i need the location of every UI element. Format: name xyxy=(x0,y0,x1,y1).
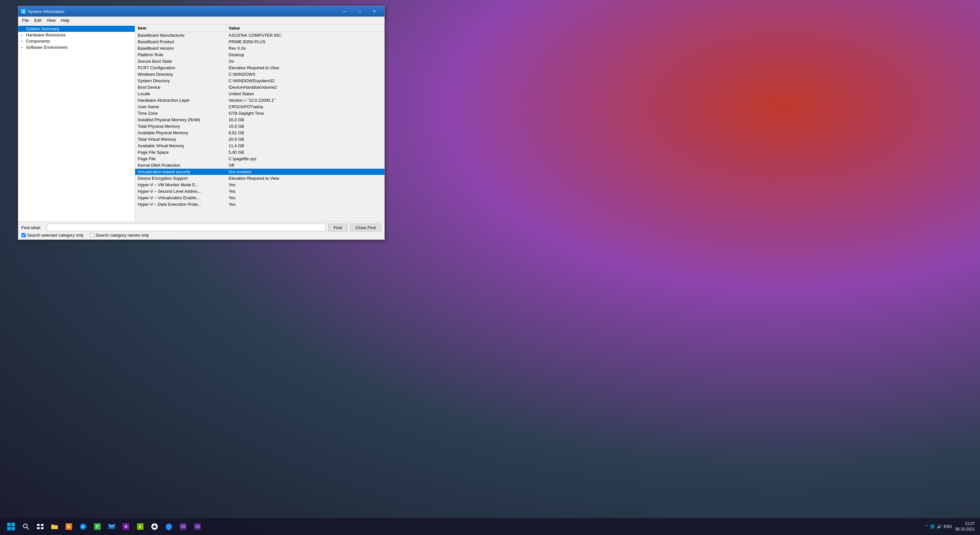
taskbar-settings[interactable] xyxy=(148,520,161,533)
table-row[interactable]: Page File Space5,00 GB xyxy=(135,149,385,156)
svg-rect-3 xyxy=(11,523,14,526)
menu-item-view[interactable]: View xyxy=(44,17,58,23)
table-row[interactable]: Secure Boot StateOn xyxy=(135,58,385,65)
minimize-button[interactable]: — xyxy=(337,6,352,17)
cell-value: Rev X.0x xyxy=(226,45,385,52)
close-find-button[interactable]: Close Find xyxy=(350,224,381,232)
tree-panel: System Summary + Hardware Resources + Co… xyxy=(18,24,135,221)
table-row[interactable]: Windows DirectoryC:\WINDOWS xyxy=(135,71,385,78)
tree-item-system-summary[interactable]: System Summary xyxy=(18,26,135,32)
taskbar-app4[interactable]: VS xyxy=(177,520,189,533)
cell-value: CROCKPOT\adria xyxy=(226,104,385,110)
cell-item: Time Zone xyxy=(135,110,226,117)
checkbox-search-names[interactable] xyxy=(90,233,94,237)
table-row[interactable]: LocaleUnited States xyxy=(135,91,385,97)
table-row[interactable]: Hyper-V – Second Level Addres...Yes xyxy=(135,188,385,195)
cell-item: Hyper-V – VM Monitor Mode E... xyxy=(135,182,226,188)
taskbar-clock[interactable]: 22:27 06.10.2021 xyxy=(955,521,975,532)
taskbar-search[interactable] xyxy=(19,520,32,533)
checkbox-search-names-label[interactable]: Search category names only xyxy=(90,233,149,238)
title-bar: i System Information — □ ✕ xyxy=(18,6,385,17)
table-row[interactable]: User NameCROCKPOT\adria xyxy=(135,104,385,110)
start-button[interactable] xyxy=(5,521,17,532)
cell-item: Windows Directory xyxy=(135,71,226,78)
taskbar-app1[interactable]: E xyxy=(62,520,75,533)
table-scroll[interactable]: Item Value BaseBoard ManufacturerASUSTeK… xyxy=(135,24,385,221)
svg-text:VS: VS xyxy=(195,525,200,529)
menu-item-edit[interactable]: Edit xyxy=(32,17,44,23)
table-row[interactable]: Platform RoleDesktop xyxy=(135,52,385,58)
taskbar-right: ⌃ 🌐 🔊 ENG 22:27 06.10.2021 xyxy=(925,521,975,532)
menu-bar: FileEditViewHelp xyxy=(18,17,385,24)
table-row[interactable]: Hyper-V – Data Execution Prote...Yes xyxy=(135,201,385,208)
tree-item-software-environment[interactable]: + Software Environment xyxy=(18,44,135,50)
table-row[interactable]: Page FileC:\pagefile.sys xyxy=(135,156,385,162)
checkbox-search-category-text: Search selected category only xyxy=(27,233,83,238)
maximize-button[interactable]: □ xyxy=(352,6,367,17)
tree-label-hardware-resources: Hardware Resources xyxy=(26,32,65,37)
table-row[interactable]: BaseBoard ManufacturerASUSTeK COMPUTER I… xyxy=(135,32,385,39)
table-row[interactable]: Available Virtual Memory11,4 GB xyxy=(135,143,385,149)
taskbar-file-explorer[interactable] xyxy=(48,520,61,533)
table-row[interactable]: System DirectoryC:\WINDOWS\system32 xyxy=(135,78,385,84)
cell-item: Hyper-V – Virtualization Enable... xyxy=(135,195,226,201)
taskbar-app2[interactable]: F xyxy=(91,520,104,533)
expander-components: + xyxy=(21,39,26,43)
table-row[interactable]: Hyper-V – VM Monitor Mode E...Yes xyxy=(135,182,385,188)
expander-hardware-resources: + xyxy=(21,33,26,37)
tree-item-components[interactable]: + Components xyxy=(18,38,135,44)
table-row[interactable]: Installed Physical Memory (RAM)16,0 GB xyxy=(135,117,385,123)
systray: ⌃ 🌐 🔊 ENG xyxy=(925,524,952,529)
svg-rect-9 xyxy=(41,524,43,526)
table-row[interactable]: Hardware Abstraction LayerVersion = "10.… xyxy=(135,97,385,104)
cell-value: 9,91 GB xyxy=(226,130,385,136)
tree-item-hardware-resources[interactable]: + Hardware Resources xyxy=(18,32,135,38)
cell-value: Yes xyxy=(226,201,385,208)
taskbar-mail[interactable] xyxy=(105,520,118,533)
cell-item: Total Physical Memory xyxy=(135,123,226,130)
find-input[interactable] xyxy=(47,224,326,232)
checkbox-search-category-label[interactable]: Search selected category only xyxy=(21,233,83,238)
taskbar-app5[interactable]: VS xyxy=(191,520,204,533)
cell-value: On xyxy=(226,58,385,65)
svg-line-7 xyxy=(27,527,29,529)
find-button[interactable]: Find xyxy=(328,224,347,232)
cell-item: Hyper-V – Data Execution Prote... xyxy=(135,201,226,208)
cell-value: 11,4 GB xyxy=(226,143,385,149)
table-row[interactable]: Boot Device\Device\HarddiskVolume2 xyxy=(135,84,385,91)
table-row[interactable]: Total Physical Memory15,9 GB xyxy=(135,123,385,130)
menu-item-file[interactable]: File xyxy=(19,17,32,23)
table-row[interactable]: Time ZoneGTB Daylight Time xyxy=(135,110,385,117)
taskbar-defender[interactable] xyxy=(162,520,175,533)
checkbox-search-category[interactable] xyxy=(21,233,25,237)
tree-label-system-summary: System Summary xyxy=(26,26,59,31)
cell-item: Locale xyxy=(135,91,226,97)
table-row[interactable]: PCR7 ConfigurationElevation Required to … xyxy=(135,65,385,71)
title-bar-buttons: — □ ✕ xyxy=(337,6,382,17)
expander-software-environment: + xyxy=(21,46,26,50)
table-row[interactable]: Hyper-V – Virtualization Enable...Yes xyxy=(135,195,385,201)
table-row[interactable]: BaseBoard ProductPRIME B350-PLUS xyxy=(135,39,385,45)
menu-item-help[interactable]: Help xyxy=(58,17,72,23)
taskbar-edge[interactable] xyxy=(76,520,90,533)
table-row[interactable]: BaseBoard VersionRev X.0x xyxy=(135,45,385,52)
cell-item: Hyper-V – Second Level Addres... xyxy=(135,188,226,195)
info-table: Item Value BaseBoard ManufacturerASUSTeK… xyxy=(135,24,385,208)
table-row[interactable]: Virtualization-based securityNot enabled xyxy=(135,169,385,175)
cell-item: Secure Boot State xyxy=(135,58,226,65)
cell-value: Desktop xyxy=(226,52,385,58)
cell-value: C:\WINDOWS xyxy=(226,71,385,78)
taskbar-app3[interactable]: G xyxy=(134,520,147,533)
cell-value: Elevation Required to View xyxy=(226,175,385,182)
close-button[interactable]: ✕ xyxy=(367,6,382,17)
cell-item: PCR7 Configuration xyxy=(135,65,226,71)
table-row[interactable]: Available Physical Memory9,91 GB xyxy=(135,130,385,136)
table-row[interactable]: Kernel DMA ProtectionOff xyxy=(135,162,385,169)
clock-time: 22:27 xyxy=(955,521,975,527)
table-row[interactable]: Device Encryption SupportElevation Requi… xyxy=(135,175,385,182)
cell-value: 20,9 GB xyxy=(226,136,385,143)
taskbar-task-view[interactable] xyxy=(34,520,47,533)
taskbar-onenote[interactable]: N xyxy=(119,520,132,533)
table-row[interactable]: Total Virtual Memory20,9 GB xyxy=(135,136,385,143)
taskbar: E F N G VS VS ⌃ 🌐 xyxy=(0,518,980,535)
